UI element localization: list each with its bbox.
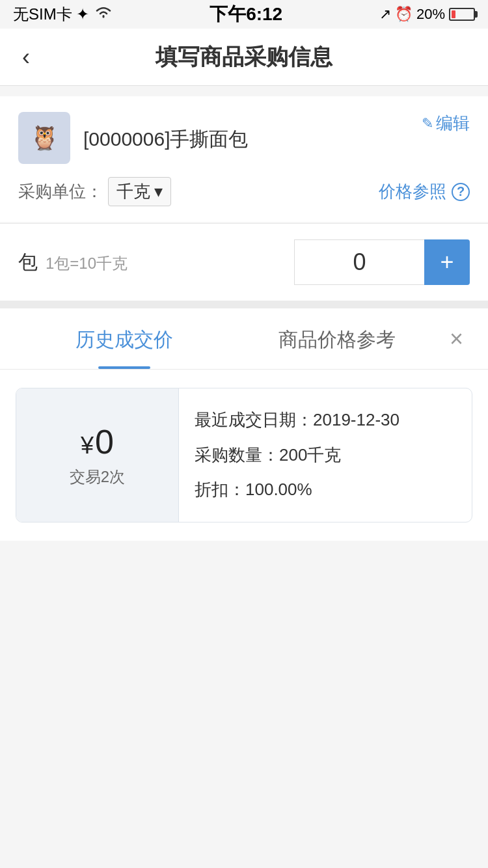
page-title: 填写商品采购信息 (156, 42, 332, 72)
price-amount: ¥0 (81, 422, 114, 461)
edit-label: 编辑 (436, 112, 470, 135)
quantity-hint: 1包=10千克 (46, 253, 128, 274)
tab-history-price[interactable]: 历史成交价 (18, 308, 230, 369)
quantity-left: 包 1包=10千克 (18, 249, 128, 276)
quantity-control: + (294, 239, 470, 285)
back-button[interactable]: ‹ (16, 37, 36, 77)
status-bar: 无SIM卡 ✦ 下午6:12 ↗ ⏰ 20% (0, 0, 488, 29)
nav-bar: ‹ 填写商品采购信息 (0, 29, 488, 86)
product-card: 🦉 [0000006]手撕面包 ✎ 编辑 采购单位： 千克 ▾ 价格参照 ? (0, 96, 488, 222)
recent-date-value: 2019-12-30 (313, 410, 400, 429)
product-left: 🦉 [0000006]手撕面包 (18, 112, 248, 164)
price-cards: ¥0 交易2次 最近成交日期：2019-12-30 采购数量：200千克 折扣：… (0, 370, 488, 541)
quantity-input[interactable] (294, 239, 424, 285)
status-time: 下午6:12 (210, 2, 282, 27)
product-thumbnail: 🦉 (18, 112, 70, 164)
product-header: 🦉 [0000006]手撕面包 ✎ 编辑 (18, 112, 470, 164)
price-card-left: ¥0 交易2次 (16, 388, 179, 522)
price-currency: ¥ (81, 432, 94, 459)
tab-section: 历史成交价 商品价格参考 × ¥0 交易2次 最近成交日期：2019-12-30… (0, 308, 488, 541)
location-icon: ↗ (379, 6, 391, 23)
status-right: ↗ ⏰ 20% (379, 6, 475, 23)
discount-value: 100.00% (245, 480, 312, 499)
price-card-right: 最近成交日期：2019-12-30 采购数量：200千克 折扣：100.00% (179, 388, 472, 522)
product-unit-row: 采购单位： 千克 ▾ 价格参照 ? (18, 177, 470, 206)
dropdown-icon: ▾ (154, 182, 163, 202)
purchase-qty-label: 采购数量： (195, 445, 279, 465)
tab-history-label: 历史成交价 (75, 329, 173, 350)
price-ref-label: 价格参照 (379, 180, 446, 203)
price-detail-qty: 采购数量：200千克 (195, 442, 456, 469)
quantity-section: 包 1包=10千克 + (0, 223, 488, 301)
product-name: [0000006]手撕面包 (83, 126, 248, 153)
battery-icon (449, 8, 475, 21)
battery-percent: 20% (416, 6, 445, 23)
price-card: ¥0 交易2次 最近成交日期：2019-12-30 采购数量：200千克 折扣：… (16, 388, 472, 522)
status-left: 无SIM卡 ✦ (13, 4, 113, 25)
alarm-icon: ⏰ (395, 6, 413, 23)
price-detail-date: 最近成交日期：2019-12-30 (195, 407, 456, 434)
tab-close-button[interactable]: × (443, 321, 470, 357)
recent-date-label: 最近成交日期： (195, 410, 313, 429)
tab-price-ref-label: 商品价格参考 (278, 329, 396, 350)
unit-select[interactable]: 千克 ▾ (108, 177, 171, 206)
purchase-qty-value: 200千克 (279, 445, 341, 465)
discount-label: 折扣： (195, 480, 245, 499)
help-label: ? (457, 184, 465, 199)
unit-label: 采购单位： (18, 180, 103, 203)
tab-price-ref[interactable]: 商品价格参考 (230, 308, 442, 369)
section-divider (0, 301, 488, 308)
edit-icon: ✎ (422, 115, 433, 132)
carrier-text: 无SIM卡 ✦ (13, 4, 89, 25)
unit-value: 千克 (116, 180, 150, 203)
price-ref-button[interactable]: 价格参照 ? (379, 180, 470, 203)
price-value: 0 (95, 423, 114, 461)
quantity-row: 包 1包=10千克 + (0, 224, 488, 301)
price-trade-count: 交易2次 (70, 467, 125, 487)
help-icon: ? (452, 183, 470, 201)
main-content (0, 541, 488, 868)
tab-bar: 历史成交价 商品价格参考 × (0, 308, 488, 370)
quantity-unit-label: 包 (18, 249, 38, 276)
quantity-plus-button[interactable]: + (424, 239, 470, 285)
product-image: 🦉 (30, 124, 59, 152)
price-detail-discount: 折扣：100.00% (195, 476, 456, 504)
wifi-icon (94, 5, 113, 23)
edit-button[interactable]: ✎ 编辑 (422, 112, 470, 135)
